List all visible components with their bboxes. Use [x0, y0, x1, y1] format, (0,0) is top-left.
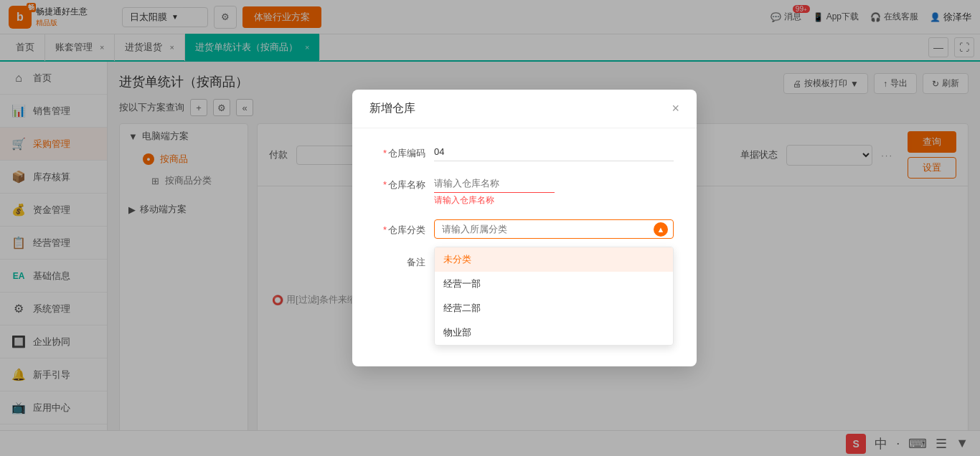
- dialog-body: *仓库编码 *仓库名称 请输入仓库名称 *仓库分类 ▲ 未: [352, 128, 697, 315]
- name-control-wrap: 请输入仓库名称: [434, 174, 674, 206]
- dialog-close-button[interactable]: ×: [672, 101, 679, 116]
- category-select-wrap: ▲ 未分类 经营一部 经营二部 物业部: [434, 219, 674, 239]
- dropdown-option-property[interactable]: 物业部: [435, 320, 673, 345]
- new-warehouse-dialog: 新增仓库 × *仓库编码 *仓库名称 请输入仓库名称 *仓库分类: [352, 90, 697, 366]
- name-error-text: 请输入仓库名称: [434, 194, 674, 206]
- dropdown-option-ops2[interactable]: 经营二部: [435, 296, 673, 320]
- dialog-header: 新增仓库 ×: [352, 90, 697, 128]
- dropdown-option-uncategorized[interactable]: 未分类: [435, 247, 673, 272]
- category-row: *仓库分类 ▲ 未分类 经营一部 经营二部 物业部: [375, 219, 674, 239]
- category-label: *仓库分类: [375, 219, 425, 237]
- select-arrow-icon[interactable]: ▲: [654, 222, 668, 237]
- name-label: *仓库名称: [375, 174, 425, 191]
- dialog-title: 新增仓库: [369, 101, 415, 116]
- code-input[interactable]: [434, 143, 674, 161]
- remark-label: 备注: [375, 252, 425, 269]
- code-row: *仓库编码: [375, 143, 674, 161]
- category-input[interactable]: [434, 219, 674, 239]
- name-input[interactable]: [434, 174, 555, 193]
- category-dropdown: 未分类 经营一部 经营二部 物业部: [434, 247, 674, 346]
- dropdown-option-ops1[interactable]: 经营一部: [435, 272, 673, 296]
- code-label: *仓库编码: [375, 143, 425, 160]
- name-row: *仓库名称 请输入仓库名称: [375, 174, 674, 206]
